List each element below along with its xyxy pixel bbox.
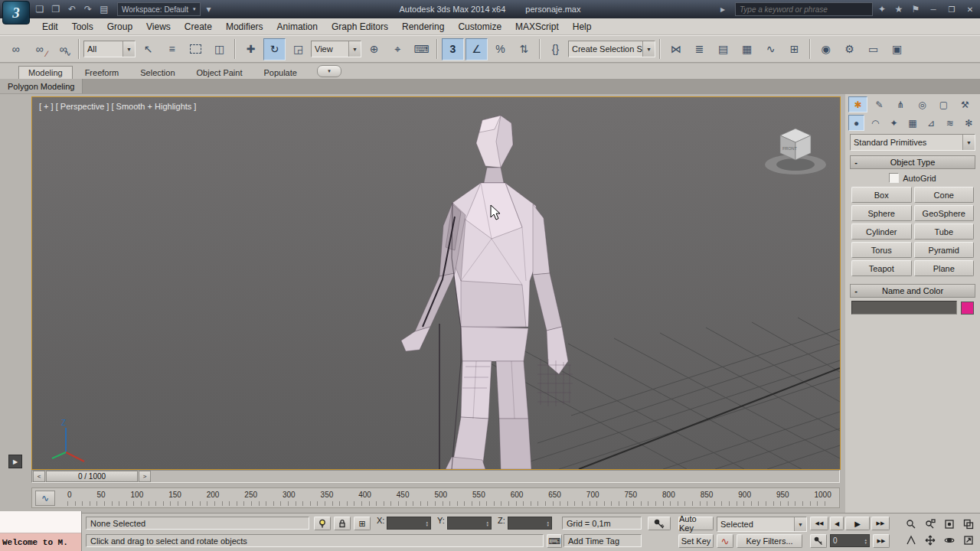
reference-coordinate-dropdown[interactable]: View ▼ <box>311 41 361 57</box>
graphite-ribbon-icon[interactable]: ▦ <box>736 38 758 60</box>
select-and-rotate-icon[interactable]: ↻ <box>263 38 286 60</box>
teapot-button[interactable]: Teapot <box>851 260 912 276</box>
spinner-snap-icon[interactable]: ⇅ <box>513 38 535 60</box>
category-systems-icon[interactable]: ✻ <box>961 115 977 131</box>
tab-display-icon[interactable]: ▢ <box>934 96 953 112</box>
select-by-name-icon[interactable]: ≡ <box>161 38 183 60</box>
select-and-scale-icon[interactable]: ◲ <box>287 38 309 60</box>
go-to-start-icon[interactable]: ◀◀ <box>810 517 828 530</box>
name-color-header[interactable]: - Name and Color <box>850 284 975 298</box>
cylinder-button[interactable]: Cylinder <box>851 223 912 240</box>
window-crossing-icon[interactable]: ◫ <box>208 38 230 60</box>
collapse-search-icon[interactable]: ▸ <box>715 2 730 16</box>
go-to-end-icon[interactable]: ▶▶ <box>871 517 890 530</box>
menu-graph-editors[interactable]: Graph Editors <box>325 18 395 34</box>
category-helpers-icon[interactable]: ⊿ <box>923 115 939 131</box>
geosphere-button[interactable]: GeoSphere <box>914 205 975 221</box>
tab-freeform[interactable]: Freeform <box>76 67 129 79</box>
add-time-tag[interactable]: Add Time Tag <box>564 534 642 547</box>
next-frame-icon[interactable]: ▶▶ <box>873 534 890 548</box>
macro-recorder-pane[interactable] <box>0 511 81 533</box>
tab-object-paint[interactable]: Object Paint <box>188 67 252 79</box>
perspective-viewport[interactable]: [ + ] [ Perspective ] [ Smooth + Highlig… <box>31 96 841 470</box>
geometry-category-dropdown[interactable]: Standard Primitives ▼ <box>850 134 975 151</box>
lock-selection-icon[interactable] <box>334 517 351 530</box>
menu-customize[interactable]: Customize <box>451 18 508 34</box>
plane-button[interactable]: Plane <box>914 260 975 276</box>
select-and-manipulate-icon[interactable]: ⌖ <box>387 38 409 60</box>
open-file-icon[interactable]: ❐ <box>48 2 64 16</box>
pyramid-button[interactable]: Pyramid <box>914 242 975 258</box>
mirror-icon[interactable]: ⋈ <box>665 38 687 60</box>
play-animation-icon[interactable]: ▶ <box>845 517 870 530</box>
tab-motion-icon[interactable]: ◎ <box>913 96 932 112</box>
set-keys-icon[interactable] <box>648 517 671 530</box>
align-icon[interactable]: ≣ <box>688 38 710 60</box>
redo-icon[interactable]: ↷ <box>80 2 96 16</box>
object-name-field[interactable] <box>851 301 957 315</box>
next-frame-arrow[interactable]: > <box>139 471 151 482</box>
search-icon[interactable]: ✦ <box>874 2 890 16</box>
track-bar[interactable]: ∿ 050 100150 200250 300350 400450 500550… <box>31 487 840 508</box>
menu-modifiers[interactable]: Modifiers <box>219 18 270 34</box>
y-coordinate-field[interactable]: ▴▾ <box>447 517 492 530</box>
z-coordinate-field[interactable]: ▴▾ <box>508 517 552 530</box>
menu-animation[interactable]: Animation <box>270 18 325 34</box>
app-logo-icon[interactable]: 3 <box>2 1 30 24</box>
new-key-tangent-icon[interactable]: ∿ <box>717 534 733 548</box>
tab-modeling[interactable]: Modeling <box>18 66 73 79</box>
keyboard-override-mini-icon[interactable]: ⌨ <box>547 534 562 548</box>
autogrid-checkbox[interactable] <box>889 173 899 183</box>
layer-manager-icon[interactable]: ▤ <box>712 38 734 60</box>
mini-listener-open-icon[interactable]: ▶ <box>8 455 22 468</box>
object-color-swatch[interactable] <box>961 302 974 315</box>
curve-editor-icon[interactable]: ∿ <box>760 38 782 60</box>
restore-button[interactable]: ❐ <box>943 2 960 16</box>
mini-curve-editor-icon[interactable]: ∿ <box>35 491 55 506</box>
selection-filter-dropdown[interactable]: All ▼ <box>83 41 136 57</box>
tab-modify-icon[interactable]: ✎ <box>870 96 889 112</box>
menu-tools[interactable]: Tools <box>65 18 100 34</box>
zoom-all-icon[interactable] <box>921 517 939 532</box>
tab-hierarchy-icon[interactable]: ⋔ <box>891 96 910 112</box>
schematic-view-icon[interactable]: ⊞ <box>783 38 805 60</box>
previous-frame-icon[interactable]: ◀ <box>830 517 844 530</box>
tab-populate[interactable]: Populate <box>254 67 305 79</box>
category-spacewarps-icon[interactable]: ≋ <box>942 115 958 131</box>
torus-button[interactable]: Torus <box>851 242 912 258</box>
view-cube[interactable]: FRONT <box>757 117 834 180</box>
key-selection-dropdown[interactable]: Selected ▼ <box>717 517 807 532</box>
material-editor-icon[interactable]: ◉ <box>815 38 837 60</box>
viewport-label[interactable]: [ + ] [ Perspective ] [ Smooth + Highlig… <box>39 102 196 111</box>
absolute-offset-icon[interactable]: ⊞ <box>354 517 371 530</box>
orbit-icon[interactable] <box>940 533 959 548</box>
listener-pane[interactable]: Welcome to M. <box>0 533 81 551</box>
box-button[interactable]: Box <box>851 187 912 203</box>
edit-named-sets-icon[interactable]: {} <box>544 38 567 60</box>
render-setup-icon[interactable]: ⚙ <box>838 38 861 60</box>
toolbar-overflow-icon[interactable]: ▾ <box>201 2 217 16</box>
select-and-link-icon[interactable]: ∞ <box>5 38 27 60</box>
category-cameras-icon[interactable]: ▦ <box>904 115 920 131</box>
select-and-move-icon[interactable]: ✚ <box>240 38 262 60</box>
zoom-icon[interactable] <box>902 517 920 532</box>
close-button[interactable]: ✕ <box>962 2 978 16</box>
menu-help[interactable]: Help <box>566 18 599 34</box>
zoom-extents-all-icon[interactable] <box>959 517 978 532</box>
polygon-modeling-panel[interactable]: Polygon Modeling <box>0 79 83 93</box>
snaps-toggle-icon[interactable]: 3 <box>442 38 464 60</box>
menu-rendering[interactable]: Rendering <box>395 18 451 34</box>
category-shapes-icon[interactable]: ◠ <box>867 115 883 131</box>
minimize-button[interactable]: ─ <box>925 2 942 16</box>
menu-group[interactable]: Group <box>100 18 139 34</box>
category-lights-icon[interactable]: ✦ <box>886 115 902 131</box>
rendered-frame-window-icon[interactable]: ▭ <box>862 38 884 60</box>
favorites-icon[interactable]: ★ <box>891 2 906 16</box>
menu-edit[interactable]: Edit <box>35 18 65 34</box>
project-folder-icon[interactable]: ▤ <box>96 2 112 16</box>
key-filters-button[interactable]: Key Filters... <box>737 534 802 548</box>
key-mode-toggle-icon[interactable] <box>810 534 827 548</box>
render-production-icon[interactable]: ▣ <box>886 38 908 60</box>
object-type-header[interactable]: - Object Type <box>850 155 975 169</box>
time-slider-thumb[interactable]: 0 / 1000 <box>46 471 138 482</box>
